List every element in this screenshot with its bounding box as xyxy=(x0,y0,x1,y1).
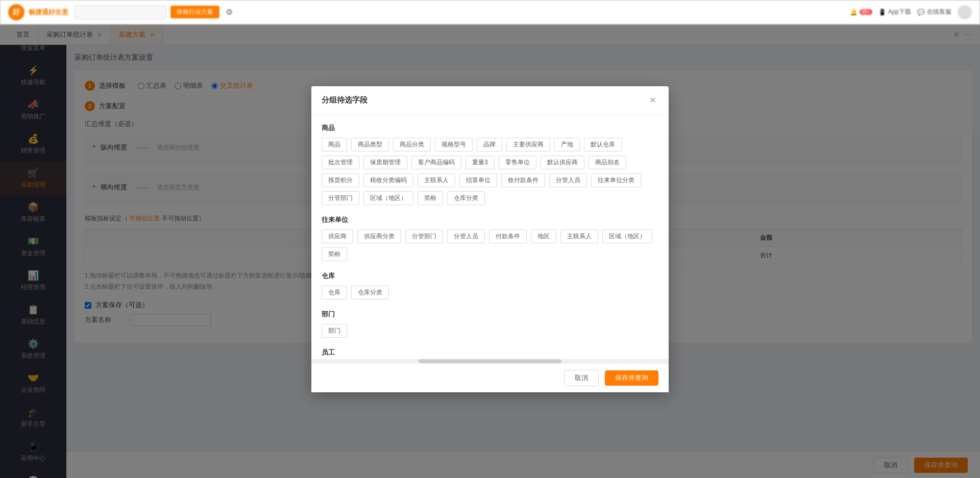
notification-item[interactable]: 🔔 99+ xyxy=(850,9,872,16)
field-tag[interactable]: 结算单位 xyxy=(459,173,497,187)
section-department-title: 部门 xyxy=(322,310,658,319)
warehouse-tags: 仓库 仓库分类 xyxy=(322,286,658,299)
field-tag[interactable]: 商品 xyxy=(322,138,347,152)
gear-icon[interactable]: ⚙ xyxy=(226,7,233,17)
section-warehouse-title: 仓库 xyxy=(322,271,658,281)
top-search[interactable] xyxy=(75,5,166,19)
field-tag[interactable]: 分管部门 xyxy=(322,191,359,205)
online-service-label: 在线客服 xyxy=(927,8,951,16)
field-tag[interactable]: 供应商 xyxy=(322,230,353,243)
field-tag[interactable]: 区域（地区） xyxy=(363,191,413,205)
partner-tags: 供应商 供应商分类 分管部门 分管人员 付款条件 地区 主联系人 区域（地区） … xyxy=(322,230,658,261)
grouping-field-modal: 分组待选字段 ✕ 商品 商品 商品类型 商品分类 规格型号 品牌 主要供应商 产… xyxy=(311,86,669,392)
field-tag[interactable]: 规格型号 xyxy=(435,138,473,152)
modal-horizontal-scrollbar[interactable] xyxy=(311,359,669,363)
app-download-item[interactable]: 📱 App下载 xyxy=(878,8,911,16)
field-tag[interactable]: 仓库分类 xyxy=(351,286,389,299)
scrollbar-thumb[interactable] xyxy=(419,359,561,363)
field-tag[interactable]: 往来单位分类 xyxy=(591,173,641,187)
field-tag[interactable]: 仓库 xyxy=(322,286,347,299)
avatar[interactable] xyxy=(958,5,972,19)
product-tags: 商品 商品类型 商品分类 规格型号 品牌 主要供应商 产地 默认仓库 批次管理 … xyxy=(322,138,658,205)
field-tag[interactable]: 拣货积分 xyxy=(322,173,359,187)
field-tag[interactable]: 仓库分类 xyxy=(447,191,485,205)
logo-text: 畅捷通好生意 xyxy=(29,8,68,16)
top-actions: 🔔 99+ 📱 App下载 💬 在线客服 xyxy=(850,5,972,19)
notification-icon: 🔔 xyxy=(850,9,857,16)
app-download-label: App下载 xyxy=(888,8,911,16)
field-tag[interactable]: 批次管理 xyxy=(322,156,359,169)
section-employee: 员工 业务员 xyxy=(322,348,658,359)
download-icon: 📱 xyxy=(878,9,886,16)
field-tag[interactable]: 简称 xyxy=(322,247,347,261)
logo: 好 畅捷通好生意 xyxy=(8,4,75,20)
section-department: 部门 部门 xyxy=(322,310,658,338)
modal-header: 分组待选字段 ✕ xyxy=(311,86,669,115)
field-tag[interactable]: 商品别名 xyxy=(589,156,626,169)
modal-title: 分组待选字段 xyxy=(322,95,368,105)
field-tag[interactable]: 部门 xyxy=(322,324,347,338)
field-tag[interactable]: 产地 xyxy=(554,138,580,152)
field-tag[interactable]: 收付款条件 xyxy=(501,173,545,187)
modal-body: 商品 商品 商品类型 商品分类 规格型号 品牌 主要供应商 产地 默认仓库 批次… xyxy=(311,115,669,359)
field-tag[interactable]: 税收分类编码 xyxy=(363,173,413,187)
field-tag[interactable]: 主联系人 xyxy=(560,230,598,243)
logo-icon: 好 xyxy=(8,4,24,20)
try-industry-button[interactable]: 体验行业方案 xyxy=(170,6,219,18)
field-tag[interactable]: 供应商分类 xyxy=(357,230,401,243)
field-tag[interactable]: 主联系人 xyxy=(418,173,455,187)
field-tag[interactable]: 重量3 xyxy=(465,156,495,169)
field-tag[interactable]: 保质期管理 xyxy=(363,156,407,169)
field-tag[interactable]: 客户商品编码 xyxy=(411,156,461,169)
field-tag[interactable]: 地区 xyxy=(531,230,556,243)
field-tag[interactable]: 分管人员 xyxy=(447,230,485,243)
field-tag[interactable]: 商品类型 xyxy=(351,138,389,152)
search-input[interactable] xyxy=(79,9,162,16)
section-partner: 往来单位 供应商 供应商分类 分管部门 分管人员 付款条件 地区 主联系人 区域… xyxy=(322,215,658,261)
notification-badge: 99+ xyxy=(860,9,872,15)
field-tag[interactable]: 简称 xyxy=(418,191,443,205)
service-icon: 💬 xyxy=(917,9,925,16)
field-tag[interactable]: 分管部门 xyxy=(405,230,443,243)
department-tags: 部门 xyxy=(322,324,658,338)
field-tag[interactable]: 零售单位 xyxy=(499,156,536,169)
field-tag[interactable]: 默认仓库 xyxy=(584,138,622,152)
section-employee-title: 员工 xyxy=(322,348,658,357)
section-product-title: 商品 xyxy=(322,123,658,133)
modal-overlay: 好 畅捷通好生意 体验行业方案 ⚙ 🔔 99+ 📱 App下载 💬 在 xyxy=(0,0,980,478)
online-service-item[interactable]: 💬 在线客服 xyxy=(917,8,951,16)
modal-footer: 取消 保存并查询 xyxy=(311,363,669,392)
modal-cancel-button[interactable]: 取消 xyxy=(564,370,599,386)
field-tag[interactable]: 分管人员 xyxy=(549,173,587,187)
field-tag[interactable]: 商品分类 xyxy=(393,138,431,152)
field-tag[interactable]: 区域（地区） xyxy=(602,230,652,243)
field-tag[interactable]: 主要供应商 xyxy=(506,138,550,152)
section-partner-title: 往来单位 xyxy=(322,215,658,224)
field-tag[interactable]: 品牌 xyxy=(477,138,502,152)
field-tag[interactable]: 付款条件 xyxy=(489,230,527,243)
modal-close-button[interactable]: ✕ xyxy=(646,94,658,107)
section-warehouse: 仓库 仓库 仓库分类 xyxy=(322,271,658,299)
section-product: 商品 商品 商品类型 商品分类 规格型号 品牌 主要供应商 产地 默认仓库 批次… xyxy=(322,123,658,205)
modal-save-button[interactable]: 保存并查询 xyxy=(605,370,658,386)
field-tag[interactable]: 默认供应商 xyxy=(541,156,584,169)
